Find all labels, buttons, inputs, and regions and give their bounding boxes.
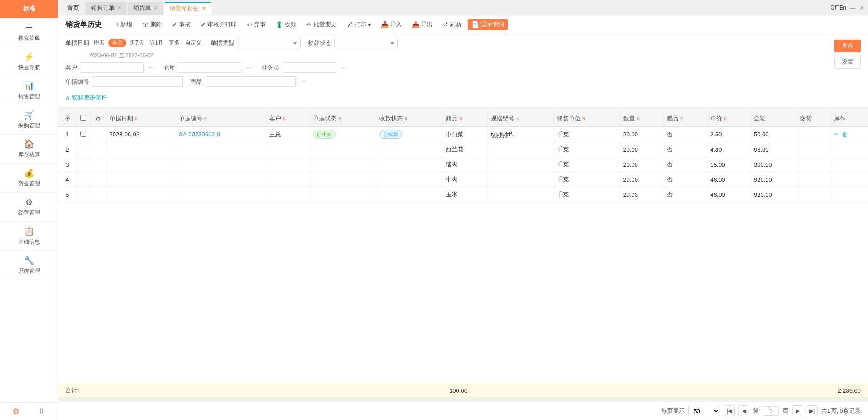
shortcut-more[interactable]: 更多 (167, 39, 181, 47)
sidebar-item-inventory[interactable]: 🏠 库存核算 (0, 135, 58, 164)
batch-change-button[interactable]: ✏ 批量变更 (303, 19, 341, 30)
goods-dots[interactable]: ··· (298, 78, 308, 86)
customer-dots[interactable]: ··· (146, 64, 156, 72)
sidebar-item-quick-nav[interactable]: ⚡ 快捷导航 (0, 47, 58, 76)
payment-status-select[interactable] (334, 38, 398, 48)
audit-button[interactable]: ✔ 审核 (168, 19, 194, 30)
tab-home[interactable]: 首页 (62, 2, 85, 15)
sidebar-item-sys-mgmt[interactable]: 🔧 系统管理 (0, 251, 58, 280)
sidebar-item-sales-mgmt[interactable]: 📊 销售管理 (0, 76, 58, 105)
delete-icon: 🗑 (142, 21, 149, 28)
row-checkbox[interactable] (80, 131, 86, 137)
abandon-icon: ↩ (247, 21, 252, 28)
shortcut-custom[interactable]: 自定义 (183, 39, 203, 47)
export-button[interactable]: 📤 导出 (408, 19, 437, 30)
collect-button[interactable]: 💲 收款 (272, 19, 300, 30)
data-table: 序 ⚙ 单据日期 ⇅ 单据编号 (58, 111, 868, 202)
abandon-button[interactable]: ↩ 弃审 (243, 19, 269, 30)
col-payment-status[interactable]: 收款状态 ⇅ (376, 111, 442, 127)
customer-input[interactable] (80, 62, 144, 73)
audit-print-button[interactable]: ✔ 审核并打印 (197, 19, 241, 30)
salesperson-dots[interactable]: ··· (339, 64, 349, 72)
horizontal-scrollbar[interactable] (58, 398, 868, 401)
tab-sales-order-close[interactable]: ✕ (117, 5, 121, 11)
tab-sales-goods[interactable]: 销货单 ✕ (128, 2, 163, 15)
tab-sales-goods-close[interactable]: ✕ (154, 5, 158, 11)
tab-sales-order[interactable]: 销售订单 ✕ (85, 2, 127, 15)
col-qty[interactable]: 数量 ⇅ (620, 111, 664, 127)
new-button[interactable]: + 新增 (112, 19, 136, 30)
col-doc-status[interactable]: 单据状态 ⇅ (310, 111, 376, 127)
goods-input[interactable] (205, 76, 296, 87)
shortcut-today[interactable]: 今天 (108, 39, 126, 47)
col-gift[interactable]: 赠品 ⇅ (664, 111, 707, 127)
sidebar-item-basic-info[interactable]: 📋 基础信息 (0, 222, 58, 251)
sidebar-item-purchase-mgmt[interactable]: 🛒 采购管理 (0, 105, 58, 135)
cell-customer: 王总 (266, 127, 310, 142)
row-action-btn-0[interactable]: ✏ (834, 131, 838, 138)
next-page-btn[interactable]: ▶ (792, 405, 803, 416)
collapse-button[interactable]: ∧ 收起更多条件 (65, 91, 831, 103)
audit-icon: ✔ (172, 21, 177, 28)
sidebar-item-ops-mgmt[interactable]: ⚙ 经营管理 (0, 193, 58, 222)
shortcut-last7days[interactable]: 近7天 (128, 39, 146, 47)
col-unit[interactable]: 销售单位 ⇅ (554, 111, 620, 127)
sidebar-item-label: 系统管理 (18, 267, 40, 275)
salesperson-input[interactable] (282, 62, 336, 73)
sidebar-bottom: ⚙ ⏸ (0, 402, 58, 420)
doc-number-link[interactable]: SA-20230602-0 (179, 131, 220, 138)
col-spec[interactable]: 规格型号 ⇅ (488, 111, 554, 127)
page-size-select[interactable]: 50 100 200 (688, 406, 720, 416)
filter-row-2: 客户 ··· 仓库 ··· 业务员 ··· (65, 62, 831, 73)
col-doc-number[interactable]: 单据编号 ⇅ (176, 111, 266, 127)
warehouse-input[interactable] (178, 62, 241, 73)
shortcut-last1month[interactable]: 近1月 (148, 39, 166, 47)
last-page-btn[interactable]: ▶| (807, 405, 818, 416)
sidebar-item-search-menu[interactable]: ☰ 搜索菜单 (0, 18, 58, 47)
col-customer[interactable]: 客户 ⇅ (266, 111, 310, 127)
sidebar-item-capital-mgmt[interactable]: 💰 资金管理 (0, 164, 58, 193)
window-close-btn[interactable]: ✕ (859, 5, 864, 11)
col-doc-date[interactable]: 单据日期 ⇅ (106, 111, 176, 127)
cell-payment-status (376, 172, 442, 187)
select-all-checkbox[interactable] (80, 115, 86, 121)
page-size-label: 每页显示 (661, 407, 685, 415)
table-body: 1 2023-06-02 SA-20230602-0 王总 已生效 已收款 小白… (58, 127, 868, 202)
table-row: 5 玉米 千克 20.00 否 46.00 920.00 (58, 187, 868, 202)
tab-sales-history[interactable]: 销货单历史 ✕ (164, 2, 211, 15)
doc-type-select[interactable] (237, 38, 301, 48)
query-button[interactable]: 查询 (834, 40, 861, 52)
filter-row-3: 单据编号 商品 ··· (65, 76, 831, 87)
row-action-btn-1[interactable]: 🗑 (842, 131, 848, 138)
setting-button[interactable]: 设置 (834, 55, 861, 69)
print-button[interactable]: 🖨 打印 ▾ (343, 19, 375, 30)
page-word: 第 (753, 407, 759, 415)
sidebar-bottom-icon-1[interactable]: ⚙ (12, 406, 20, 416)
cell-check (76, 172, 90, 187)
first-page-btn[interactable]: |◀ (724, 405, 735, 416)
import-button[interactable]: 📥 导入 (377, 19, 406, 30)
capital-mgmt-icon: 💰 (24, 168, 34, 178)
col-goods[interactable]: 商品 ⇅ (442, 111, 488, 127)
tab-sales-history-close[interactable]: ✕ (202, 5, 206, 11)
delete-button[interactable]: 🗑 删除 (139, 19, 166, 30)
cell-check (76, 157, 90, 172)
docno-input[interactable] (92, 76, 183, 87)
page-number-input[interactable] (763, 406, 779, 416)
refresh-icon: ↺ (443, 21, 448, 28)
customer-label: 客户 (65, 64, 77, 72)
col-unit-price[interactable]: 单价 ⇅ (707, 111, 751, 127)
col-settings[interactable]: ⚙ (90, 111, 106, 127)
warehouse-dots[interactable]: ··· (244, 64, 254, 72)
refresh-button[interactable]: ↺ 刷新 (439, 19, 465, 30)
sys-mgmt-icon: 🔧 (24, 255, 34, 265)
prev-page-btn[interactable]: ◀ (738, 405, 749, 416)
shortcut-yesterday[interactable]: 昨天 (92, 39, 106, 47)
window-minimize-btn[interactable]: — (850, 5, 856, 11)
date-label: 单据日期 (65, 39, 89, 47)
show-details-button[interactable]: 📄 显示明细 (468, 19, 508, 30)
sidebar-bottom-icon-2[interactable]: ⏸ (37, 406, 45, 416)
cell-empty (90, 142, 106, 157)
cell-doc-status: 已生效 (310, 127, 376, 142)
sidebar-item-label: 基础信息 (18, 238, 40, 246)
